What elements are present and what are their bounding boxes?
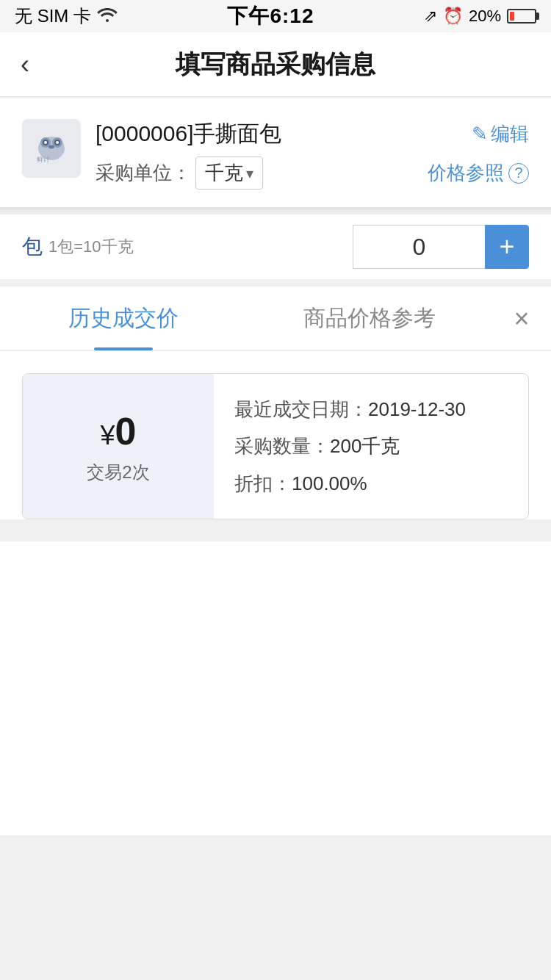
product-section: 鲜计 [0000006]手撕面包 ✎ 编辑 采购单位： 千克 ▾ — [0, 98, 551, 207]
unit-label: 采购单位： — [96, 160, 191, 186]
price-card: ¥0 交易2次 最近成交日期：2019-12-30 采购数量：200千克 折扣：… — [22, 373, 529, 519]
price-ref-label: 价格参照 — [428, 160, 504, 186]
detail-quantity-row: 采购数量：200千克 — [234, 433, 508, 459]
product-thumbnail: 鲜计 — [22, 119, 81, 178]
battery-indicator — [507, 9, 536, 24]
product-name-row: [0000006]手撕面包 ✎ 编辑 — [96, 119, 529, 149]
quantity-plus-button[interactable]: + — [485, 225, 529, 269]
quantity-section: 包 1包=10千克 0 + — [0, 215, 551, 279]
nav-bar: ‹ 填写商品采购信息 — [0, 32, 551, 97]
tab-history-price[interactable]: 历史成交价 — [0, 287, 246, 350]
back-button[interactable]: ‹ — [21, 51, 29, 78]
detail-date-value: 2019-12-30 — [368, 398, 466, 420]
status-left: 无 SIM 卡 — [15, 4, 118, 28]
quantity-controls: 0 + — [353, 225, 529, 269]
svg-point-5 — [44, 141, 47, 144]
detail-date-row: 最近成交日期：2019-12-30 — [234, 396, 508, 422]
edit-button[interactable]: ✎ 编辑 — [472, 121, 529, 147]
tab-history-label: 历史成交价 — [68, 303, 179, 334]
unit-value: 千克 — [205, 160, 243, 186]
tab-product-price[interactable]: 商品价格参考 — [246, 287, 492, 350]
price-card-right: 最近成交日期：2019-12-30 采购数量：200千克 折扣：100.00% — [214, 374, 528, 519]
sim-text: 无 SIM 卡 — [15, 4, 91, 28]
unit-row: 采购单位： 千克 ▾ 价格参照 ? — [96, 156, 529, 190]
section-divider — [0, 207, 551, 213]
detail-qty-value: 200千克 — [330, 435, 400, 457]
svg-point-7 — [48, 145, 54, 148]
plus-icon: + — [499, 231, 514, 262]
quantity-row: 包 1包=10千克 0 + — [0, 215, 551, 279]
price-card-left: ¥0 交易2次 — [23, 374, 214, 519]
quantity-sub-label: 1包=10千克 — [48, 236, 134, 258]
alarm-icon: ⏰ — [443, 7, 463, 26]
unit-select-dropdown[interactable]: 千克 ▾ — [195, 156, 263, 190]
help-icon: ? — [508, 163, 529, 184]
detail-discount-row: 折扣：100.00% — [234, 470, 508, 497]
main-divider — [0, 279, 551, 287]
detail-discount-label: 折扣： — [234, 472, 292, 494]
currency-symbol: ¥ — [101, 420, 115, 450]
price-value: 0 — [115, 410, 137, 453]
price-section: 历史成交价 商品价格参考 × ¥0 交易2次 最近成交日期：2019-12-30… — [0, 287, 551, 519]
product-image-icon: 鲜计 — [29, 123, 73, 174]
price-amount: ¥0 — [101, 409, 137, 453]
status-time: 下午6:12 — [227, 2, 314, 30]
detail-date-label: 最近成交日期： — [234, 398, 368, 420]
status-bar: 无 SIM 卡 下午6:12 ⇗ ⏰ 20% — [0, 0, 551, 32]
battery-pct: 20% — [469, 7, 501, 26]
bottom-space — [0, 541, 551, 835]
trades-count: 交易2次 — [87, 461, 149, 484]
location-icon: ⇗ — [424, 7, 437, 26]
svg-text:鲜计: 鲜计 — [37, 156, 50, 163]
svg-point-6 — [56, 141, 59, 144]
product-name: [0000006]手撕面包 — [96, 119, 281, 149]
price-tabs: 历史成交价 商品价格参考 × — [0, 287, 551, 351]
product-info: [0000006]手撕面包 ✎ 编辑 采购单位： 千克 ▾ 价格参照 ? — [96, 119, 529, 190]
quantity-label: 包 1包=10千克 — [22, 233, 353, 261]
dropdown-arrow-icon: ▾ — [246, 165, 253, 182]
quantity-value: 0 — [413, 234, 426, 261]
wifi-icon — [97, 6, 118, 26]
product-header: 鲜计 [0000006]手撕面包 ✎ 编辑 采购单位： 千克 ▾ — [22, 119, 529, 190]
quantity-input[interactable]: 0 — [353, 225, 485, 269]
tab-product-label: 商品价格参考 — [303, 303, 436, 334]
close-icon: × — [514, 303, 529, 334]
status-right: ⇗ ⏰ 20% — [424, 7, 536, 26]
close-panel-button[interactable]: × — [492, 287, 551, 351]
edit-label: 编辑 — [491, 121, 529, 147]
detail-discount-value: 100.00% — [292, 472, 367, 494]
page-title: 填写商品采购信息 — [176, 48, 375, 82]
price-reference-button[interactable]: 价格参照 ? — [428, 160, 529, 186]
edit-icon: ✎ — [472, 123, 488, 145]
quantity-unit-badge: 包 — [22, 233, 43, 261]
detail-qty-label: 采购数量： — [234, 435, 330, 457]
